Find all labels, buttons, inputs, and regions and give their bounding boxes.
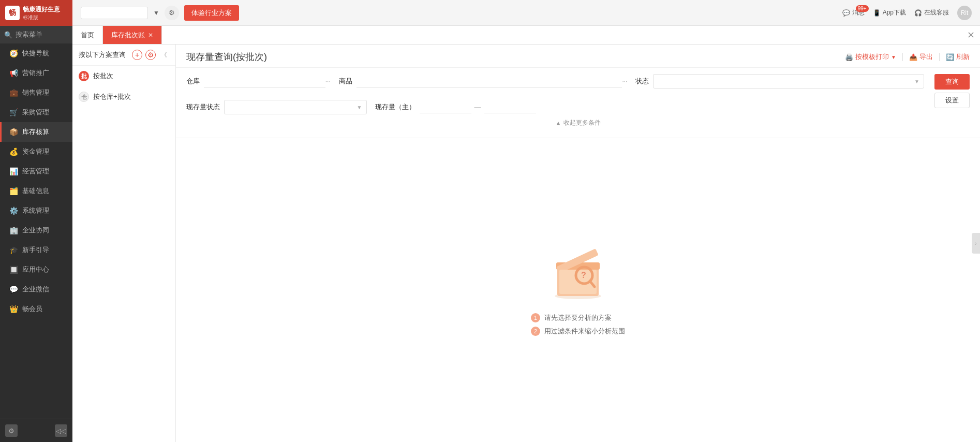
sidebar-item-label: 库存核算 xyxy=(22,127,49,137)
warehouse-more-btn[interactable]: ··· xyxy=(325,78,331,85)
page-header-actions: 🖨️ 按模板打印 ▼ 📤 导出 🔄 刷新 xyxy=(845,52,970,62)
member-icon: 👑 xyxy=(9,304,18,314)
page-close-btn[interactable]: ✕ xyxy=(967,30,975,41)
company-name: 畅康通好生意 xyxy=(23,5,67,14)
print-btn[interactable]: 🖨️ 按模板打印 ▼ xyxy=(845,52,896,62)
messages-btn[interactable]: 💬 消息 99+ xyxy=(842,8,865,17)
empty-hint-1: 1 请先选择要分析的方案 xyxy=(531,313,625,322)
export-icon: 📤 xyxy=(909,53,917,61)
tabbar: 首页 库存批次账 ✕ ✕ xyxy=(72,26,980,45)
filter-row-1: 仓库 ··· 商品 ··· 状态 xyxy=(186,74,924,89)
empty-illustration: ? xyxy=(547,244,609,303)
user-menu-btn[interactable]: Rit xyxy=(957,6,972,20)
sidebar-search[interactable]: 🔍 搜索菜单 xyxy=(0,26,72,43)
sidebar-item-wechat[interactable]: 💬 企业微信 xyxy=(0,279,72,299)
inventory-qty-to[interactable] xyxy=(484,101,536,113)
warehouse-label: 仓库 xyxy=(186,77,200,86)
topbar-settings-btn[interactable]: ⚙ xyxy=(165,6,179,20)
empty-state: ? 1 请先选择要分析的方案 2 用过滤条件来缩小分析范围 xyxy=(176,138,980,442)
inventory-qty-from[interactable] xyxy=(420,101,471,113)
sidebar-item-basic[interactable]: 🗂️ 基础信息 xyxy=(0,181,72,201)
app-version: 标准版 xyxy=(23,14,67,21)
scheme-by-batch[interactable]: 批 按批次 xyxy=(72,66,175,86)
inventory-status-field: 现存量状态 ▼ xyxy=(186,100,367,114)
status-field: 状态 ▼ xyxy=(635,74,924,89)
scheme-by-warehouse-batch-label: 按仓库+批次 xyxy=(93,92,131,101)
sidebar-nav: 🧭 快捷导航 📢 营销推广 💼 销售管理 🛒 采购管理 📦 库存核算 💰 资金管… xyxy=(0,43,72,419)
topbar-search-input[interactable] xyxy=(85,9,132,17)
sidebar-item-newbie[interactable]: 🎓 新手引导 xyxy=(0,240,72,260)
export-label: 导出 xyxy=(919,52,933,62)
scheme-by-batch-label: 按批次 xyxy=(93,71,113,81)
refresh-btn[interactable]: 🔄 刷新 xyxy=(946,52,970,62)
inventory-status-select[interactable]: ▼ xyxy=(224,100,367,114)
sidebar-item-system[interactable]: ⚙️ 系统管理 xyxy=(0,201,72,220)
sidebar-item-sales[interactable]: 💼 销售管理 xyxy=(0,83,72,102)
add-scheme-btn[interactable]: + xyxy=(132,50,142,60)
page-title: 现存量查询(按批次) xyxy=(186,51,267,63)
warehouse-input[interactable] xyxy=(204,75,325,87)
left-panel: 按以下方案查询 + ⚙ 《 批 按批次 仓 按仓库+批次 xyxy=(72,45,176,442)
hint-num-1: 1 xyxy=(531,313,540,322)
scheme-icon-active: 批 xyxy=(79,71,89,81)
main-area: ▼ ⚙ 体验行业方案 💬 消息 99+ 📱 App下载 🎧 在线客服 Rit xyxy=(72,0,980,442)
left-panel-title: 按以下方案查询 xyxy=(79,50,126,60)
collapse-label: 收起更多条件 xyxy=(563,119,601,127)
trial-industry-btn[interactable]: 体验行业方案 xyxy=(184,5,239,21)
sidebar-item-marketing[interactable]: 📢 营销推广 xyxy=(0,63,72,83)
scheme-settings-btn[interactable]: ⚙ xyxy=(145,50,156,60)
tab-home[interactable]: 首页 xyxy=(72,26,103,44)
sidebar-item-apps[interactable]: 🔲 应用中心 xyxy=(0,260,72,279)
topbar-search-box[interactable] xyxy=(81,7,148,19)
scheme-by-warehouse-batch[interactable]: 仓 按仓库+批次 xyxy=(72,86,175,107)
collapse-more-btn[interactable]: ▲ 收起更多条件 xyxy=(186,114,970,131)
topbar: ▼ ⚙ 体验行业方案 💬 消息 99+ 📱 App下载 🎧 在线客服 Rit xyxy=(72,0,980,26)
sidebar-item-finance[interactable]: 💰 资金管理 xyxy=(0,142,72,161)
set-btn[interactable]: 设置 xyxy=(934,93,970,108)
sidebar-settings-btn[interactable]: ⚙ xyxy=(5,424,18,437)
print-dropdown-icon[interactable]: ▼ xyxy=(891,54,896,60)
avatar-text: Rit xyxy=(961,9,969,17)
system-icon: ⚙️ xyxy=(9,206,18,215)
product-more-btn[interactable]: ··· xyxy=(622,78,627,85)
quick-nav-icon: 🧭 xyxy=(9,49,18,58)
finance-icon: 💰 xyxy=(9,147,18,156)
sidebar-collapse-btn[interactable]: ◁◁ xyxy=(55,424,67,437)
sales-icon: 💼 xyxy=(9,88,18,97)
enterprise-icon: 🏢 xyxy=(9,226,18,235)
operations-icon: 📊 xyxy=(9,167,18,176)
sidebar-item-enterprise[interactable]: 🏢 企业协同 xyxy=(0,220,72,240)
inventory-status-dropdown-icon: ▼ xyxy=(357,105,362,110)
sidebar-item-label: 企业协同 xyxy=(22,226,49,235)
collapse-arrow-icon: ▲ xyxy=(555,120,561,127)
sidebar-item-member[interactable]: 👑 畅会员 xyxy=(0,299,72,319)
right-edge-toggle-btn[interactable]: › xyxy=(972,233,980,254)
tab-inventory-batch[interactable]: 库存批次账 ✕ xyxy=(103,26,162,44)
status-select[interactable]: ▼ xyxy=(653,74,924,89)
inventory-batch-tab-label: 库存批次账 xyxy=(111,31,145,40)
status-label: 状态 xyxy=(635,77,649,86)
sidebar-item-label: 营销推广 xyxy=(22,68,49,78)
divider-1 xyxy=(902,53,903,61)
print-label: 按模板打印 xyxy=(855,52,889,62)
tab-close-btn[interactable]: ✕ xyxy=(148,32,153,39)
product-input[interactable] xyxy=(357,75,622,87)
sidebar-item-purchase[interactable]: 🛒 采购管理 xyxy=(0,102,72,122)
hint-text-2: 用过滤条件来缩小分析范围 xyxy=(544,327,625,336)
collapse-panel-btn[interactable]: 《 xyxy=(159,50,169,60)
sidebar-item-operations[interactable]: 📊 经营管理 xyxy=(0,161,72,181)
topbar-dropdown-btn[interactable]: ▼ xyxy=(153,9,159,17)
empty-hint-2: 2 用过滤条件来缩小分析范围 xyxy=(531,327,625,336)
query-btn[interactable]: 查询 xyxy=(934,74,970,90)
inventory-qty-field: 现存量（主） — xyxy=(375,101,736,113)
sidebar-item-inventory[interactable]: 📦 库存核算 xyxy=(0,122,72,142)
export-btn[interactable]: 📤 导出 xyxy=(909,52,933,62)
filter-buttons: 查询 设置 xyxy=(934,74,970,108)
headset-icon: 🎧 xyxy=(914,9,922,17)
app-download-btn[interactable]: 📱 App下载 xyxy=(873,8,906,17)
messages-badge: 99+ xyxy=(856,5,869,12)
sidebar-item-quick-nav[interactable]: 🧭 快捷导航 xyxy=(0,43,72,63)
message-icon: 💬 xyxy=(842,9,850,17)
scheme-list: 批 按批次 仓 按仓库+批次 xyxy=(72,66,175,442)
online-service-btn[interactable]: 🎧 在线客服 xyxy=(914,8,949,17)
